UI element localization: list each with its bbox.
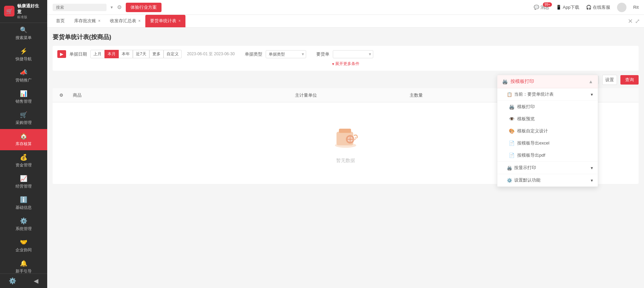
tab-order-stats[interactable]: 要货单统计表 × — [145, 15, 185, 27]
newcomer-label: 新手引导 — [16, 268, 32, 274]
filter-expand-arrow[interactable]: ▶ — [57, 50, 66, 58]
prev-month-btn[interactable]: 上月 — [90, 50, 105, 58]
sidebar-item-inventory-calc[interactable]: 🏠 库存核算 — [0, 129, 47, 150]
page-content: 要货单统计表(按商品) ▶ 单据日期 上月 本月 本年 近7天 更多 自定义 2… — [47, 28, 644, 288]
sidebar-scroll: 🔍 搜索菜单 ⚡ 快捷导航 📣 营销推广 📊 销售管理 🛒 采购管理 🏠 库存核… — [0, 23, 47, 274]
inventory-calc-icon: 🏠 — [20, 132, 27, 140]
basic-info-icon: ℹ️ — [20, 196, 27, 203]
sidebar-item-funds-mgmt[interactable]: 💰 资金管理 — [0, 150, 47, 171]
print-template-header-icon: 🖨️ — [502, 79, 508, 84]
sidebar-item-ops-mgmt[interactable]: 📈 经营管理 — [0, 171, 47, 193]
funds-mgmt-label: 资金管理 — [16, 162, 32, 168]
basic-info-label: 基础信息 — [16, 205, 32, 211]
dropdown-header[interactable]: 🖨️ 按模板打印 ▲ — [497, 75, 598, 88]
tab-inventory-batch[interactable]: 库存批次账 × — [69, 15, 105, 27]
enterprise-label: 企业协同 — [16, 247, 32, 253]
sidebar-item-sales-mgmt[interactable]: 📊 销售管理 — [0, 87, 47, 108]
tab-inventory-batch-label: 库存批次账 — [74, 18, 96, 24]
sidebar-item-search-menu[interactable]: 🔍 搜索菜单 — [0, 23, 47, 44]
tab-home[interactable]: 首页 — [51, 15, 69, 27]
ops-mgmt-label: 经营管理 — [16, 184, 32, 189]
chevron-down-icon[interactable]: ▾ — [111, 5, 113, 10]
sidebar-item-newcomer[interactable]: 🔔 新手引导 — [0, 256, 47, 274]
marketing-label: 营销推广 — [16, 77, 32, 83]
tab-inventory-batch-close[interactable]: × — [98, 19, 100, 23]
expand-row: ▾ 展开更多条件 — [57, 61, 634, 67]
col-header-gear[interactable]: ⚙ — [56, 93, 69, 98]
close-all-icon[interactable]: ✕ — [628, 18, 633, 25]
quick-nav-icon: ⚡ — [20, 47, 27, 55]
display-print-row[interactable]: 🖨️ 按显示打印 ▾ — [497, 162, 598, 174]
sidebar-item-sys-mgmt[interactable]: ⚙️ 系统管理 — [0, 214, 47, 235]
message-badge: 99+ — [543, 2, 552, 7]
sidebar-item-purchase-mgmt[interactable]: 🛒 采购管理 — [0, 108, 47, 129]
app-download-btn[interactable]: 📱 App下载 — [556, 4, 579, 10]
empty-illustration — [330, 123, 361, 153]
empty-text: 暂无数据 — [336, 158, 355, 164]
inventory-calc-label: 库存核算 — [16, 141, 32, 147]
tab-receipts-summary-label: 收发存汇总表 — [110, 18, 136, 24]
tab-order-stats-close[interactable]: × — [178, 19, 181, 23]
cur-month-btn[interactable]: 本月 — [105, 50, 119, 58]
online-service-btn[interactable]: 🎧 在线客服 — [586, 4, 610, 10]
message-btn[interactable]: 💬 消息 99+ — [534, 4, 549, 10]
sidebar-item-marketing[interactable]: 📣 营销推广 — [0, 65, 47, 87]
query-label: 查询 — [625, 77, 634, 83]
template-preview-icon: 👁️ — [509, 116, 515, 122]
app-title: 畅康通好生意 — [17, 3, 43, 15]
current-template-chevron-icon: ▾ — [591, 92, 593, 97]
sidebar-bottom: ⚙️ ◀ — [0, 274, 47, 288]
custom-btn[interactable]: 自定义 — [164, 50, 182, 58]
app-logo-text: 畅康通好生意 标准版 — [17, 3, 43, 19]
display-print-icon: 🖨️ — [507, 165, 512, 170]
tab-receipts-summary-close[interactable]: × — [138, 19, 141, 23]
col-header-unit: 主计量单位 — [292, 92, 406, 98]
app-subtitle: 标准版 — [17, 15, 43, 19]
display-print-label-group: 🖨️ 按显示打印 — [507, 165, 536, 171]
settings-icon[interactable]: ⚙️ — [9, 277, 16, 285]
dropdown-header-left: 🖨️ 按模板打印 — [502, 78, 534, 85]
dropdown-export-excel[interactable]: 📄 按模板导出excel — [497, 137, 598, 149]
export-excel-icon: 📄 — [509, 140, 515, 146]
sidebar-item-basic-info[interactable]: ℹ️ 基础信息 — [0, 193, 47, 214]
gear-icon[interactable]: ⚙ — [117, 4, 122, 10]
current-template-label: 当前：要货单统计表 — [514, 91, 554, 97]
dropdown-export-pdf[interactable]: 📄 按模板导出pdf — [497, 149, 598, 161]
dropdown-menu: 🖨️ 按模板打印 ▲ 📋 当前：要货单统计表 ▾ — [497, 75, 598, 187]
purchase-mgmt-icon: 🛒 — [20, 111, 27, 119]
tab-receipts-summary[interactable]: 收发存汇总表 × — [105, 15, 145, 27]
date-label: 单据日期 — [69, 51, 87, 57]
cur-year-btn[interactable]: 本年 — [119, 50, 133, 58]
set-default-label-group: ⚙️ 设置默认功能 — [507, 177, 540, 183]
order-filter-select[interactable] — [333, 50, 373, 58]
set-default-row[interactable]: ⚙️ 设置默认功能 ▾ — [497, 174, 598, 186]
set-default-chevron-icon: ▾ — [591, 178, 593, 183]
filter-row-date: ▶ 单据日期 上月 本月 本年 近7天 更多 自定义 2023-06-01 至 … — [57, 50, 634, 58]
tabbar-right: ✕ ⤢ — [628, 18, 640, 25]
topbar-right: 💬 消息 99+ 📱 App下载 🎧 在线客服 Rit — [534, 3, 639, 12]
search-input[interactable] — [53, 4, 107, 11]
expand-more-btn[interactable]: ▾ 展开更多条件 — [332, 61, 359, 67]
tabbar: 首页 库存批次账 × 收发存汇总表 × 要货单统计表 × ✕ ⤢ — [47, 15, 644, 28]
sales-mgmt-label: 销售管理 — [16, 99, 32, 104]
experience-btn[interactable]: 体验行业方案 — [126, 3, 162, 12]
app-logo-icon: 🛒 — [4, 6, 14, 17]
settings-outline-btn[interactable]: 设置 — [602, 75, 617, 85]
sidebar-item-quick-nav[interactable]: ⚡ 快捷导航 — [0, 44, 47, 65]
order-filter-wrapper: ▾ — [333, 50, 373, 58]
date-range: 2023-06-01 至 2023-06-30 — [187, 51, 235, 57]
type-select[interactable]: 单据类型 要货单 — [266, 50, 306, 58]
dropdown-template-custom[interactable]: 🎨 模板自定义设计 — [497, 125, 598, 137]
newcomer-icon: 🔔 — [20, 260, 27, 267]
current-template-row[interactable]: 📋 当前：要货单统计表 ▾ — [497, 88, 598, 100]
query-btn[interactable]: 查询 — [620, 75, 639, 85]
maximize-icon[interactable]: ⤢ — [635, 18, 640, 25]
more-btn[interactable]: 更多 — [149, 50, 164, 58]
sidebar-item-enterprise[interactable]: 🤝 企业协同 — [0, 235, 47, 256]
dropdown-template-preview[interactable]: 👁️ 模板预览 — [497, 113, 598, 125]
last7-btn[interactable]: 近7天 — [133, 50, 149, 58]
collapse-icon[interactable]: ◀ — [34, 277, 38, 285]
dropdown-template-print[interactable]: 🖨️ 模板打印 — [497, 101, 598, 113]
dropdown-close-icon[interactable]: ▲ — [588, 79, 593, 84]
avatar[interactable] — [617, 3, 626, 12]
